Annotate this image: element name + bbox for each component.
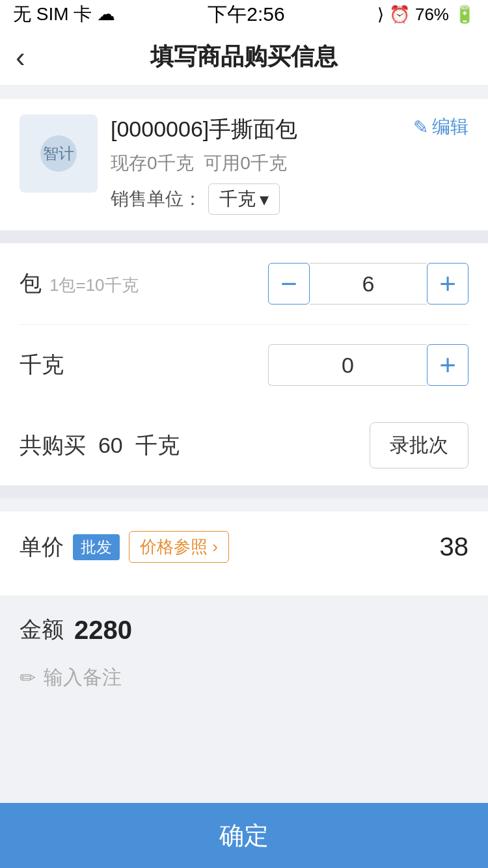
kg-plus-button[interactable]: +: [427, 344, 468, 386]
alarm-icon: ⏰: [389, 5, 410, 25]
back-button[interactable]: ‹: [16, 43, 25, 72]
price-section: 单价 批发 价格参照 › 38: [0, 511, 488, 595]
product-logo-icon: 智计: [39, 134, 78, 173]
price-type-badge: 批发: [73, 534, 120, 560]
product-title: 手撕面包: [209, 116, 297, 141]
bag-sublabel: 1包=10千克: [49, 274, 139, 297]
battery-icon: 🔋: [454, 5, 475, 25]
kg-qty-input[interactable]: [268, 344, 427, 386]
bag-minus-button[interactable]: −: [268, 263, 310, 305]
batch-button[interactable]: 录批次: [370, 422, 468, 468]
status-bar: 无 SIM 卡 ☁ 下午2:56 ⟩ ⏰ 76% 🔋: [0, 0, 488, 29]
bag-input-row: 包 1包=10千克 − +: [20, 243, 468, 325]
amount-section: 金额 2280 ✏ 输入备注: [0, 595, 488, 711]
section-divider-2: [0, 485, 488, 498]
price-label: 单价 批发 价格参照 ›: [20, 531, 229, 563]
edit-button[interactable]: ✎ 编辑: [413, 115, 468, 139]
unit-value: 千克: [219, 187, 256, 211]
amount-row: 金额 2280: [20, 615, 468, 645]
battery-status: 76%: [415, 5, 449, 25]
total-label: 共购买: [20, 433, 86, 457]
bag-qty-control: − +: [268, 263, 468, 305]
price-value[interactable]: 38: [440, 532, 469, 562]
price-ref-label: 价格参照 ›: [140, 536, 218, 558]
bag-label: 包 1包=10千克: [20, 269, 139, 299]
product-card: 智计 [0000006]手撕面包 现存0千克 可用0千克 销售单位： 千克 ▾ …: [0, 99, 488, 230]
pencil-icon: ✏: [20, 666, 36, 689]
stock-current: 现存0千克: [111, 153, 194, 173]
location-icon: ⟩: [377, 5, 384, 25]
page-title: 填写商品购买信息: [150, 41, 338, 73]
total-row: 共购买 60 千克 录批次: [0, 405, 488, 485]
price-row: 单价 批发 价格参照 › 38: [20, 531, 468, 563]
unit-label: 销售单位：: [111, 187, 202, 211]
unit-chevron-icon: ▾: [260, 189, 269, 210]
remark-row[interactable]: ✏ 输入备注: [20, 658, 468, 698]
price-label-text: 单价: [20, 532, 64, 562]
total-unit: 千克: [135, 433, 180, 457]
kg-label: 千克: [20, 350, 64, 380]
amount-label: 金额: [20, 615, 64, 645]
sim-status: 无 SIM 卡 ☁: [13, 2, 115, 27]
confirm-button[interactable]: 确定: [0, 803, 488, 868]
product-unit-row: 销售单位： 千克 ▾: [111, 183, 468, 215]
status-left: 无 SIM 卡 ☁: [13, 2, 115, 27]
bag-qty-input[interactable]: [310, 263, 427, 305]
status-right: ⟩ ⏰ 76% 🔋: [377, 5, 475, 25]
edit-icon: ✎: [413, 116, 428, 138]
unit-select[interactable]: 千克 ▾: [208, 183, 280, 215]
kg-label-text: 千克: [20, 350, 64, 380]
nav-bar: ‹ 填写商品购买信息: [0, 29, 488, 86]
remark-placeholder: 输入备注: [44, 664, 122, 691]
bottom-spacer: [0, 711, 488, 789]
kg-qty-control: +: [268, 344, 468, 386]
input-section: 包 1包=10千克 − + 千克 +: [0, 243, 488, 405]
svg-text:智计: 智计: [43, 145, 74, 162]
total-amount: 60: [98, 433, 123, 457]
kg-input-row: 千克 +: [20, 325, 468, 405]
section-divider-1: [0, 230, 488, 243]
total-text: 共购买 60 千克: [20, 431, 180, 461]
stock-available: 可用0千克: [204, 153, 287, 173]
status-time: 下午2:56: [208, 1, 284, 28]
product-image: 智计: [20, 115, 98, 193]
price-ref-button[interactable]: 价格参照 ›: [129, 531, 229, 563]
edit-label: 编辑: [432, 115, 468, 139]
bag-plus-button[interactable]: +: [427, 263, 468, 305]
product-stock: 现存0千克 可用0千克: [111, 151, 468, 176]
bag-label-text: 包: [20, 269, 42, 299]
product-id: [0000006]: [111, 116, 209, 141]
amount-value: 2280: [74, 616, 132, 645]
